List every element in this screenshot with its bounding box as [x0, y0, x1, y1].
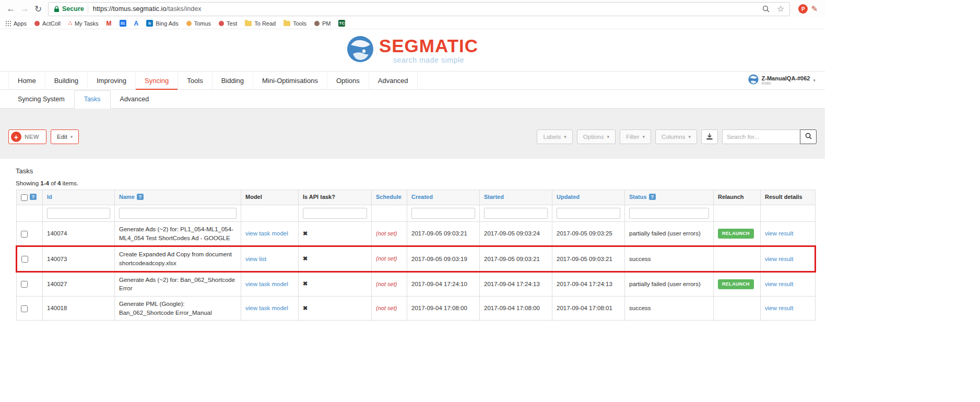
row-checkbox[interactable] [21, 256, 28, 263]
user-menu[interactable]: Z-ManualQA-#062 #280 ▾ [748, 72, 825, 89]
bookmark-item-test[interactable]: Test [219, 20, 237, 27]
filter-cell-relaunch [714, 205, 761, 221]
tab-tasks[interactable]: Tasks [74, 90, 111, 109]
filter-input-is_api[interactable] [303, 208, 367, 219]
bookmark-item[interactable]: M [107, 20, 112, 27]
omnibox-divider [88, 5, 88, 13]
help-icon[interactable]: ? [649, 194, 656, 200]
bookmark-item-my-tasks[interactable]: ∴My Tasks [68, 20, 99, 27]
relaunch-button[interactable]: RELAUNCH [718, 229, 754, 239]
row-checkbox[interactable] [21, 305, 28, 312]
bookmark-item-tools[interactable]: Tools [284, 20, 306, 27]
filter-dropdown[interactable]: Filter▾ [620, 129, 651, 144]
cell-schedule: (not set) [372, 221, 407, 246]
select-all-checkbox[interactable] [21, 194, 28, 201]
bookmark-item[interactable]: TC [338, 20, 345, 27]
nav-item-advanced[interactable]: Advanced [369, 72, 418, 89]
col-header-is_api: Is API task? [299, 190, 372, 205]
nav-item-mini-optimisations[interactable]: Mini-Optimisations [253, 72, 327, 89]
col-header-result: Result details [761, 190, 816, 205]
filter-input-status[interactable] [629, 208, 709, 219]
bookmark-item-pm[interactable]: PM [314, 20, 331, 27]
nav-item-syncing[interactable]: Syncing [136, 72, 178, 89]
bookmark-icon: A [134, 20, 139, 27]
sort-link-name[interactable]: Name [119, 194, 135, 200]
help-icon[interactable]: ? [137, 194, 144, 200]
export-button[interactable] [701, 129, 718, 144]
view-result-link[interactable]: view result [765, 256, 793, 262]
cell-model: view task model [241, 296, 299, 320]
tab-syncing-system[interactable]: Syncing System [8, 91, 74, 108]
bookmark-star-icon[interactable]: ☆ [777, 5, 784, 13]
help-icon[interactable]: ? [30, 194, 37, 200]
bookmark-item-actcoll[interactable]: ActColl [34, 20, 61, 27]
new-button[interactable]: + NEW [8, 129, 46, 144]
nav-item-bidding[interactable]: Bidding [212, 72, 253, 89]
row-checkbox[interactable] [21, 231, 28, 238]
address-bar[interactable]: Secure https://tomus.segmatic.io/tasks/i… [48, 2, 790, 16]
view-result-link[interactable]: view result [765, 230, 793, 237]
model-link[interactable]: view task model [245, 230, 288, 237]
sort-link-created[interactable]: Created [411, 194, 433, 200]
zoom-icon[interactable] [762, 5, 770, 13]
model-link[interactable]: view task model [245, 305, 288, 311]
bookmark-label: Bing Ads [156, 20, 178, 27]
segmatic-logo[interactable]: SEGMATIC search made simple [347, 36, 478, 65]
bookmark-item[interactable]: A [134, 20, 139, 27]
select-all-header: ? [17, 190, 43, 205]
filter-input-started[interactable] [484, 208, 548, 219]
forward-button[interactable]: → [18, 2, 31, 16]
cell-status: partially failed (user errors) [625, 221, 714, 246]
nav-item-home[interactable]: Home [8, 72, 45, 89]
back-button[interactable]: ← [4, 2, 18, 16]
filter-input-name[interactable] [119, 208, 237, 219]
search-button[interactable] [800, 129, 817, 144]
model-link[interactable]: view list [245, 256, 266, 262]
sort-link-schedule[interactable]: Schedule [376, 194, 402, 200]
extension-pencil-icon[interactable]: ✎ [811, 4, 818, 14]
view-result-link[interactable]: view result [765, 305, 793, 311]
model-link[interactable]: view task model [245, 281, 288, 287]
filter-input-id[interactable] [47, 208, 110, 219]
bookmark-item-apps[interactable]: Apps [5, 20, 27, 27]
bookmarks-bar: AppsActColl∴My TasksM31AbBing AdsTomusTe… [0, 18, 825, 29]
bookmark-item-tomus[interactable]: Tomus [186, 20, 211, 27]
options-dropdown[interactable]: Options▾ [577, 129, 616, 144]
cell-relaunch [714, 296, 761, 320]
bookmark-label: My Tasks [75, 20, 99, 27]
col-label-result: Result details [765, 194, 802, 200]
sort-link-started[interactable]: Started [484, 194, 504, 200]
bookmark-item-bing-ads[interactable]: bBing Ads [146, 20, 178, 27]
filter-input-created[interactable] [411, 208, 475, 219]
page-title: Tasks [16, 167, 809, 175]
reload-button[interactable]: ↻ [31, 2, 45, 16]
sort-link-id[interactable]: Id [47, 194, 52, 200]
bookmark-item[interactable]: 31 [120, 20, 126, 27]
nav-item-options[interactable]: Options [327, 72, 369, 89]
sort-link-updated[interactable]: Updated [557, 194, 580, 200]
extension-p-icon[interactable]: P [798, 4, 808, 14]
sort-link-status[interactable]: Status [629, 194, 647, 200]
nav-item-improving[interactable]: Improving [88, 72, 136, 89]
bookmark-item-to-read[interactable]: To Read [245, 20, 276, 27]
chevron-down-icon: ▾ [564, 134, 566, 139]
row-checkbox[interactable] [21, 281, 28, 288]
filter-cell-id [43, 205, 115, 221]
search-input[interactable] [722, 129, 800, 144]
columns-dropdown[interactable]: Columns▾ [655, 129, 697, 144]
table-header-row: ?IdName?ModelIs API task?ScheduleCreated… [17, 190, 816, 205]
filter-cell-model [241, 205, 299, 221]
nav-item-tools[interactable]: Tools [178, 72, 212, 89]
relaunch-button[interactable]: RELAUNCH [718, 279, 754, 289]
nav-item-building[interactable]: Building [45, 72, 88, 89]
bookmark-icon: ∴ [68, 20, 72, 26]
filter-cell-name [115, 205, 241, 221]
tab-advanced[interactable]: Advanced [111, 91, 159, 108]
edit-dropdown-button[interactable]: Edit ▾ [51, 129, 79, 144]
toolbar: + NEW Edit ▾ Labels▾Options▾Filter▾Colum… [0, 129, 825, 144]
view-result-link[interactable]: view result [765, 281, 793, 287]
labels-dropdown[interactable]: Labels▾ [537, 129, 572, 144]
globe-icon [347, 36, 374, 65]
filter-input-updated[interactable] [557, 208, 620, 219]
col-header-model: Model [241, 190, 299, 205]
